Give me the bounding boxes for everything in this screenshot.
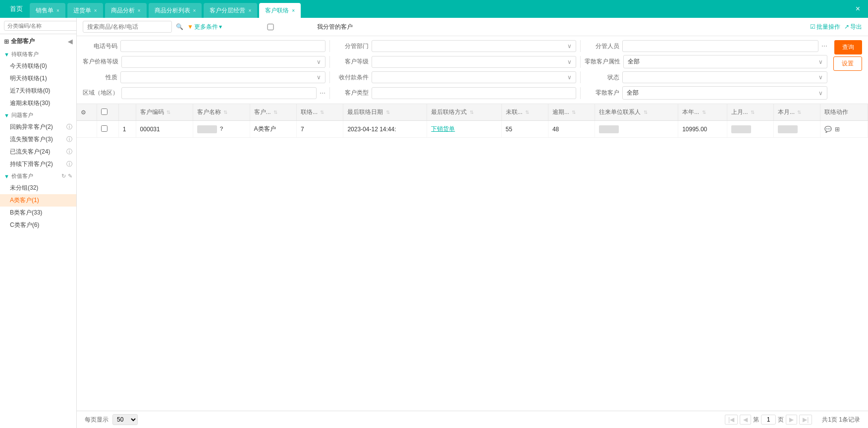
tab-analysis[interactable]: 商品分析 ×	[105, 3, 147, 18]
sidebar-item-declining[interactable]: 持续下滑客户(2) ⓘ	[0, 158, 76, 170]
sidebar-item-unclassified[interactable]: 未分组(32)	[0, 182, 76, 194]
sort-this-month-icon[interactable]: ⇅	[797, 109, 801, 115]
total-records: 共1页 1条记录	[822, 416, 860, 424]
cell-no-contact: 55	[501, 121, 548, 138]
sort-name-icon[interactable]: ⇅	[223, 109, 227, 115]
divider2	[580, 40, 581, 52]
global-close-button[interactable]: ×	[852, 4, 864, 13]
tab-purchase[interactable]: 进货单 ×	[67, 3, 103, 18]
search-input[interactable]	[83, 21, 172, 33]
value-group-label: ▼ 价值客户 ↻ ✎	[0, 170, 76, 182]
select-all-checkbox[interactable]	[101, 108, 108, 115]
payment-select[interactable]: ∨	[372, 71, 577, 83]
tab-sales[interactable]: 销售单 ×	[30, 3, 65, 18]
filter-search-icon[interactable]: 🔍	[176, 23, 183, 30]
tab-customer-contact[interactable]: 客户联络 ×	[259, 3, 301, 18]
page-size-select[interactable]: 50 100 200	[112, 414, 138, 425]
customer-tier-select[interactable]: ∨	[372, 56, 577, 68]
my-customers-checkbox[interactable]	[226, 24, 315, 30]
more-filters-button[interactable]: ▼ 更多条件 ▾	[187, 23, 222, 31]
info-icon-declining: ⓘ	[66, 160, 72, 168]
nav-home[interactable]: 首页	[4, 0, 29, 18]
sort-code-icon[interactable]: ⇅	[166, 109, 170, 115]
sidebar-item-7days[interactable]: 近7天待联络(0)	[0, 85, 76, 97]
manager-input[interactable]	[622, 40, 818, 52]
scatter-select[interactable]: 全部 ∨	[622, 86, 827, 100]
status-chevron: ∨	[818, 74, 823, 81]
sort-unit-contact-icon[interactable]: ⇅	[644, 109, 648, 115]
edit-value-icon[interactable]: ✎	[68, 173, 72, 179]
region-input[interactable]	[121, 87, 317, 99]
close-tab-analysis[interactable]: ×	[138, 8, 141, 13]
scatter-label: 零散客户	[585, 89, 619, 97]
region-label: 区域（地区）	[83, 89, 118, 97]
sort-this-year-icon[interactable]: ⇅	[702, 109, 706, 115]
message-action-icon[interactable]: 💬	[824, 126, 832, 133]
region-more-icon[interactable]: ⋯	[320, 90, 326, 97]
export-icon: ↗	[844, 23, 849, 30]
next-page-button[interactable]: ▶	[786, 415, 797, 425]
scatter-attr-label: 零散客户属性	[585, 57, 620, 66]
first-page-button[interactable]: |◀	[725, 415, 738, 425]
sidebar-item-b-class[interactable]: B类客户(33)	[0, 207, 76, 219]
price-tier-select[interactable]: ∨	[121, 56, 326, 68]
page-size-label: 每页显示	[85, 416, 108, 424]
scatter-attr-select[interactable]: 全部 ∨	[623, 55, 827, 68]
prev-page-button[interactable]: ◀	[740, 415, 751, 425]
filter-actions: 查询 设置	[833, 40, 862, 100]
nature-select[interactable]: ∨	[120, 71, 326, 83]
sort-last-date-icon[interactable]: ⇅	[386, 109, 390, 115]
gear-icon[interactable]: ⚙	[81, 109, 86, 116]
row-checkbox[interactable]	[101, 125, 108, 132]
divider8	[580, 87, 581, 99]
status-select[interactable]: ∨	[622, 71, 827, 83]
collapse-icon[interactable]: ◀	[68, 38, 72, 45]
export-button[interactable]: ↗ 导出	[844, 23, 862, 31]
cell-checkbox	[97, 121, 118, 138]
batch-operation-button[interactable]: ☑ 批量操作	[810, 23, 840, 31]
sidebar-item-warning[interactable]: 流失预警客户(3) ⓘ	[0, 133, 76, 146]
phone-input[interactable]	[120, 40, 326, 52]
divider3	[329, 56, 330, 68]
top-nav: 首页 销售单 × 进货单 × 商品分析 × 商品分析列表 × 客户分层经营 × …	[0, 0, 868, 18]
page-input[interactable]	[761, 415, 776, 425]
query-button[interactable]: 查询	[834, 40, 862, 54]
close-tab-customer-tier[interactable]: ×	[248, 8, 251, 13]
last-method-link[interactable]: 下销货单	[431, 125, 455, 132]
sort-last-month-icon[interactable]: ⇅	[751, 109, 755, 115]
customer-type-input[interactable]	[372, 87, 577, 99]
sort-overdue-icon[interactable]: ⇅	[572, 109, 576, 115]
cell-index: 1	[118, 121, 136, 138]
filter-icon: ▼	[187, 23, 193, 30]
sort-no-contact-icon[interactable]: ⇅	[525, 109, 529, 115]
sidebar-item-today[interactable]: 今天待联络(0)	[0, 60, 76, 72]
sort-type-icon[interactable]: ⇅	[273, 109, 277, 115]
last-page-button[interactable]: ▶|	[799, 415, 812, 425]
sidebar-item-c-class[interactable]: C类客户(6)	[0, 219, 76, 231]
refresh-value-icon[interactable]: ↻	[61, 173, 66, 179]
close-tab-customer-contact[interactable]: ×	[292, 8, 295, 13]
sidebar-item-overdue[interactable]: 逾期未联络(30)	[0, 97, 76, 109]
sidebar-item-tomorrow[interactable]: 明天待联络(1)	[0, 72, 76, 85]
sidebar-item-a-class[interactable]: A类客户(1)	[0, 194, 76, 207]
sidebar-search-input[interactable]	[4, 21, 77, 31]
sort-contact-icon[interactable]: ⇅	[320, 109, 324, 115]
manager-more-icon[interactable]: ⋯	[821, 43, 827, 50]
tab-analysis-list[interactable]: 商品分析列表 ×	[149, 3, 202, 18]
qr-action-icon[interactable]: ⊞	[835, 126, 840, 133]
close-tab-purchase[interactable]: ×	[94, 8, 97, 13]
cell-unit-contact	[595, 121, 678, 138]
close-tab-sales[interactable]: ×	[56, 8, 59, 13]
customer-type-label: 客户类型	[334, 89, 369, 97]
sidebar-item-lost[interactable]: 已流失客户(24) ⓘ	[0, 146, 76, 158]
sort-last-method-icon[interactable]: ⇅	[470, 109, 474, 115]
all-customers-header[interactable]: ⊞ 全部客户 ◀	[0, 34, 76, 49]
setting-button[interactable]: 设置	[833, 56, 862, 71]
th-gear[interactable]: ⚙	[77, 104, 97, 121]
tab-customer-tier[interactable]: 客户分层经营 ×	[204, 3, 257, 18]
close-tab-analysis-list[interactable]: ×	[193, 8, 196, 13]
dept-select[interactable]: ∨	[372, 40, 577, 52]
sidebar-item-abnormal[interactable]: 回购异常客户(2) ⓘ	[0, 121, 76, 133]
cell-last-month	[727, 121, 773, 138]
my-customers-filter[interactable]: 我分管的客户	[226, 23, 353, 31]
